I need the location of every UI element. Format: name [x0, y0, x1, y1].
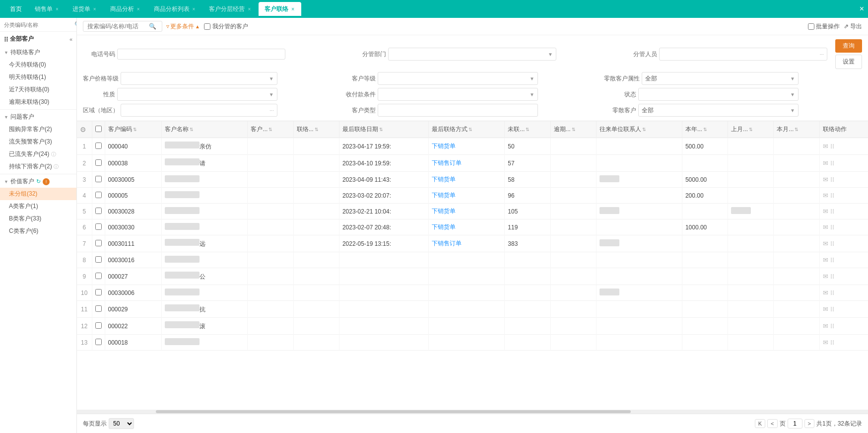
- more-icon[interactable]: ⁞⁞: [830, 322, 834, 330]
- sidebar-item-7days-pending[interactable]: 近7天待联络(0): [0, 83, 76, 96]
- message-icon[interactable]: ✉: [823, 289, 828, 296]
- customer-name[interactable]: 抗: [162, 301, 248, 318]
- row-checkbox[interactable]: [95, 256, 102, 263]
- more-icon[interactable]: ⁞⁞: [830, 240, 834, 247]
- row-checkbox-cell[interactable]: [92, 219, 105, 235]
- cust-type-select[interactable]: [378, 104, 538, 117]
- sidebar-item-today-pending[interactable]: 今天待联络(0): [0, 59, 76, 71]
- more-icon[interactable]: ⁞⁞: [830, 256, 834, 264]
- phone-input[interactable]: [117, 49, 285, 60]
- last-contact-method[interactable]: 下销售订单: [428, 235, 505, 252]
- contact-method-link[interactable]: 下销货单: [432, 143, 456, 149]
- sidebar-item-churn-warning[interactable]: 流失预警客户(3): [0, 136, 76, 148]
- message-icon[interactable]: ✉: [823, 273, 828, 280]
- refresh-icon[interactable]: ↻: [36, 178, 41, 185]
- close-tab-product-analysis[interactable]: ×: [136, 5, 141, 13]
- contact-method-link[interactable]: 下销售订单: [432, 159, 462, 166]
- row-checkbox[interactable]: [95, 143, 102, 149]
- nav-home[interactable]: 首页: [4, 5, 28, 13]
- th-last-method[interactable]: 最后联络方式⇅: [428, 121, 505, 138]
- more-icon[interactable]: ⁞⁞: [830, 208, 834, 215]
- row-checkbox[interactable]: [95, 176, 102, 182]
- cust-level-select[interactable]: ▼: [378, 72, 538, 85]
- th-overdue[interactable]: 逾期...⇅: [550, 121, 596, 138]
- last-contact-method[interactable]: [428, 318, 505, 335]
- customer-name[interactable]: 请: [162, 155, 248, 172]
- row-checkbox-cell[interactable]: [92, 301, 105, 318]
- export-btn[interactable]: ⇗ 导出: [844, 22, 862, 31]
- last-contact-method[interactable]: 下销货单: [428, 204, 505, 219]
- page-size-select[interactable]: 50 100 200: [109, 418, 134, 429]
- more-icon[interactable]: ⁞⁞: [830, 143, 834, 150]
- sidebar-search-input[interactable]: [4, 22, 72, 28]
- select-all-checkbox[interactable]: [95, 126, 102, 132]
- sidebar-collapse-btn[interactable]: «: [69, 36, 72, 42]
- row-checkbox-cell[interactable]: [92, 235, 105, 252]
- row-checkbox[interactable]: [95, 339, 102, 345]
- filter-more-conditions[interactable]: ▿ 更多条件 ▲: [166, 22, 200, 31]
- row-checkbox-cell[interactable]: [92, 318, 105, 335]
- payment-select[interactable]: ▼: [378, 88, 538, 101]
- filter-search-icon[interactable]: 🔍: [149, 23, 156, 30]
- contact-method-link[interactable]: 下销售订单: [432, 240, 462, 247]
- customer-name[interactable]: [162, 252, 248, 268]
- th-type[interactable]: 客户...⇅: [248, 121, 293, 138]
- row-checkbox-cell[interactable]: [92, 188, 105, 204]
- more-icon[interactable]: ⁞⁞: [830, 159, 834, 167]
- row-checkbox-cell[interactable]: [92, 138, 105, 155]
- last-contact-method[interactable]: 下销货单: [428, 172, 505, 188]
- all-customers-header[interactable]: ⁝⁝ 全部客户 «: [0, 32, 76, 46]
- message-icon[interactable]: ✉: [823, 192, 828, 199]
- prev-page-btn[interactable]: <: [767, 419, 777, 428]
- customer-name[interactable]: 滚: [162, 318, 248, 335]
- last-contact-method[interactable]: 下销货单: [428, 219, 505, 235]
- message-icon[interactable]: ✉: [823, 339, 828, 346]
- row-checkbox[interactable]: [95, 240, 102, 246]
- filter-search-input[interactable]: [87, 23, 147, 30]
- region-select[interactable]: ···: [121, 104, 277, 117]
- sidebar-group-pending[interactable]: ▼ 待联络客户: [0, 46, 76, 59]
- scrollbar-thumb[interactable]: [156, 410, 630, 413]
- tab-purchase[interactable]: 进货单 ×: [67, 2, 103, 16]
- my-customers-checkbox[interactable]: 我分管的客户: [204, 22, 248, 31]
- row-checkbox[interactable]: [95, 305, 102, 312]
- message-icon[interactable]: ✉: [823, 159, 828, 167]
- row-checkbox-cell[interactable]: [92, 268, 105, 285]
- message-icon[interactable]: ✉: [823, 322, 828, 330]
- contact-method-link[interactable]: 下销货单: [432, 208, 456, 215]
- row-checkbox[interactable]: [95, 322, 102, 329]
- row-checkbox[interactable]: [95, 273, 102, 279]
- sidebar-item-class-b[interactable]: B类客户(33): [0, 213, 76, 225]
- th-this-year[interactable]: 本年...⇅: [682, 121, 728, 138]
- th-last-month[interactable]: 上月...⇅: [728, 121, 774, 138]
- retail-attr-select[interactable]: 全部 ▼: [642, 72, 799, 85]
- th-unit-contact[interactable]: 往来单位联系人⇅: [596, 121, 682, 138]
- th-contact[interactable]: 联络...⇅: [293, 121, 339, 138]
- th-checkbox[interactable]: [92, 121, 105, 138]
- batch-checkbox[interactable]: [808, 23, 814, 30]
- close-tab-customer-contact[interactable]: ×: [290, 5, 295, 13]
- customer-name[interactable]: 公: [162, 268, 248, 285]
- sidebar-item-unclassified[interactable]: 未分组(32): [0, 188, 76, 200]
- message-icon[interactable]: ✉: [823, 223, 828, 231]
- tab-product-analysis[interactable]: 商品分析 ×: [104, 2, 147, 16]
- th-name[interactable]: 客户名称⇅: [162, 121, 248, 138]
- row-checkbox[interactable]: [95, 289, 102, 295]
- customer-name[interactable]: [162, 219, 248, 235]
- batch-ops-btn[interactable]: 批量操作: [808, 22, 840, 31]
- close-tab-product-analysis-list[interactable]: ×: [192, 5, 197, 13]
- message-icon[interactable]: ✉: [823, 208, 828, 215]
- th-code[interactable]: 客户编码⇅: [105, 121, 162, 138]
- last-contact-method[interactable]: [428, 335, 505, 351]
- th-settings[interactable]: ⚙: [77, 121, 92, 138]
- close-tab-purchase[interactable]: ×: [92, 5, 97, 13]
- customer-name[interactable]: 亲仿: [162, 138, 248, 155]
- price-level-select[interactable]: ▼: [121, 72, 277, 85]
- contact-method-link[interactable]: 下销货单: [432, 176, 456, 183]
- th-no-contact[interactable]: 未联...⇅: [505, 121, 550, 138]
- sidebar-group-value[interactable]: ▼ 价值客户 ↻ !: [0, 175, 76, 188]
- tab-sales[interactable]: 销售单 ×: [29, 2, 66, 16]
- message-icon[interactable]: ✉: [823, 143, 828, 150]
- last-contact-method[interactable]: [428, 301, 505, 318]
- horizontal-scrollbar[interactable]: [77, 410, 868, 414]
